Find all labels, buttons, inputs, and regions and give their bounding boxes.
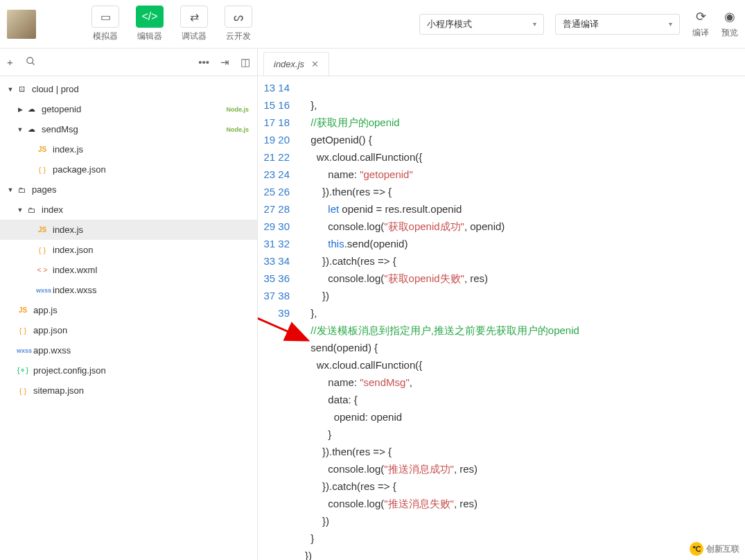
line-gutter: 13 14 15 16 17 18 19 20 21 22 23 24 25 2…	[258, 76, 299, 560]
debug-icon: ⇄	[180, 6, 208, 28]
more-icon[interactable]: •••	[198, 56, 209, 68]
editor-button[interactable]: </> 编辑器	[136, 6, 164, 42]
file-explorer: + ••• ⇥ ◫ ▼⊡cloud | prod ▶☁getopenidNode…	[0, 49, 258, 560]
svg-line-1	[32, 62, 34, 64]
cloud-icon: ᔕ	[225, 6, 252, 28]
tree-file-index-json[interactable]: { }index.json	[0, 240, 257, 260]
svg-point-0	[27, 57, 33, 63]
watermark: ℃ 创新互联	[690, 542, 739, 556]
tree-file-app-js[interactable]: JSapp.js	[0, 300, 257, 320]
mode-value: 小程序模式	[427, 18, 472, 30]
tree-folder-index[interactable]: ▼🗀index	[0, 200, 257, 220]
avatar[interactable]	[7, 10, 36, 39]
code-content[interactable]: }, //获取用户的openid getOpenid() { wx.cloud.…	[299, 76, 745, 560]
simulator-label: 模拟器	[93, 30, 118, 42]
preview-label: 预览	[721, 27, 738, 39]
tree-file-index-js[interactable]: JSindex.js	[0, 220, 257, 240]
tree-file-app-json[interactable]: { }app.json	[0, 320, 257, 340]
code-icon: </>	[136, 6, 164, 28]
explorer-toolbar: + ••• ⇥ ◫	[0, 49, 257, 76]
tree-root-cloud[interactable]: ▼⊡cloud | prod	[0, 79, 257, 99]
close-icon[interactable]: ✕	[311, 59, 319, 69]
cloud-dev-button[interactable]: ᔕ 云开发	[225, 6, 252, 42]
editor-tabs: index.js ✕	[258, 49, 745, 76]
tree-file-sitemap[interactable]: { }sitemap.json	[0, 380, 257, 401]
chevron-down-icon: ▾	[669, 20, 672, 28]
device-icon: ▭	[91, 6, 119, 28]
tree-file-app-wxss[interactable]: wxssapp.wxss	[0, 340, 257, 360]
preview-button[interactable]: ◉ 预览	[721, 9, 738, 39]
compile-mode-value: 普通编译	[563, 18, 599, 30]
debugger-label: 调试器	[182, 30, 207, 42]
collapse-icon[interactable]: ⇥	[220, 56, 229, 69]
tree-folder-sendmsg[interactable]: ▼☁sendMsgNode.js	[0, 119, 257, 139]
top-toolbar: ▭ 模拟器 </> 编辑器 ⇄ 调试器 ᔕ 云开发 小程序模式 ▾ 普通编译 ▾…	[0, 0, 745, 49]
tree-file-project-config[interactable]: {⚬}project.config.json	[0, 360, 257, 380]
tree-folder-getopenid[interactable]: ▶☁getopenidNode.js	[0, 99, 257, 119]
tree-file-index-wxml[interactable]: < >index.wxml	[0, 260, 257, 280]
simulator-button[interactable]: ▭ 模拟器	[91, 6, 119, 42]
editor-pane: index.js ✕ 13 14 15 16 17 18 19 20 21 22…	[258, 49, 745, 560]
search-icon[interactable]	[26, 56, 36, 69]
tree-file-sendmsg-index[interactable]: JSindex.js	[0, 139, 257, 159]
tree-file-sendmsg-pkg[interactable]: { }package.json	[0, 159, 257, 180]
eye-icon: ◉	[724, 9, 735, 24]
watermark-icon: ℃	[690, 542, 703, 556]
nodejs-badge: Node.js	[226, 126, 249, 133]
add-file-icon[interactable]: +	[7, 56, 13, 68]
code-editor[interactable]: 13 14 15 16 17 18 19 20 21 22 23 24 25 2…	[258, 76, 745, 560]
cloud-dev-label: 云开发	[226, 30, 251, 42]
watermark-text: 创新互联	[706, 543, 739, 555]
toolbar-right: ⟳ 编译 ◉ 预览	[692, 9, 738, 39]
compile-mode-dropdown[interactable]: 普通编译 ▾	[555, 14, 680, 35]
compile-button[interactable]: ⟳ 编译	[692, 9, 709, 39]
refresh-icon: ⟳	[696, 9, 706, 24]
tab-title: index.js	[274, 59, 304, 69]
debugger-button[interactable]: ⇄ 调试器	[180, 6, 208, 42]
tree-file-index-wxss[interactable]: wxssindex.wxss	[0, 280, 257, 300]
nodejs-badge: Node.js	[226, 106, 249, 113]
compile-label: 编译	[692, 27, 709, 39]
tree-folder-pages[interactable]: ▼🗀pages	[0, 180, 257, 200]
editor-label: 编辑器	[137, 30, 162, 42]
mode-dropdown[interactable]: 小程序模式 ▾	[419, 14, 544, 35]
chevron-down-icon: ▾	[533, 20, 536, 28]
file-tree: ▼⊡cloud | prod ▶☁getopenidNode.js ▼☁send…	[0, 76, 257, 560]
toolbar-tabs: ▭ 模拟器 </> 编辑器 ⇄ 调试器 ᔕ 云开发	[91, 6, 252, 42]
split-icon[interactable]: ◫	[240, 56, 250, 69]
editor-tab[interactable]: index.js ✕	[263, 52, 329, 76]
